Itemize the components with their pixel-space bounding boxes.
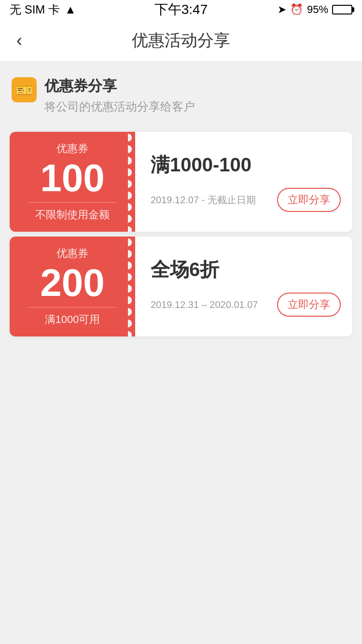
coupon-meta-1: 2019.12.31 – 2020.01.07 立即分享 (151, 293, 341, 317)
battery-percent: 95% (307, 3, 328, 16)
coupon-date-0: 2019.12.07 - 无截止日期 (151, 194, 269, 207)
coupon-amount-1: 200 (40, 264, 104, 302)
coupon-meta-0: 2019.12.07 - 无截止日期 立即分享 (151, 188, 341, 212)
status-time: 下午3:47 (154, 0, 208, 19)
coupon-date-1: 2019.12.31 – 2020.01.07 (151, 299, 269, 310)
coupon-amount-0: 100 (40, 159, 104, 197)
section-title: 优惠券分享 (44, 76, 195, 96)
bottom-space (0, 346, 362, 588)
coupon-type-0: 优惠券 (56, 141, 88, 156)
coupon-list: 优惠券 100 不限制使用金额 满1000-100 2019.12.07 - 无… (0, 122, 362, 346)
coupon-divider-1 (28, 307, 116, 308)
alarm-icon: ⏰ (290, 3, 303, 16)
wifi-icon: ▲ (65, 3, 76, 16)
status-bar: 无 SIM 卡 ▲ 下午3:47 ➤ ⏰ 95% (0, 0, 362, 19)
coupon-left-0: 优惠券 100 不限制使用金额 (10, 132, 135, 232)
carrier-label: 无 SIM 卡 (10, 2, 60, 17)
coupon-type-1: 优惠券 (56, 246, 88, 261)
coupon-card: 优惠券 100 不限制使用金额 满1000-100 2019.12.07 - 无… (10, 132, 352, 232)
section-subtitle: 将公司的优惠活动分享给客户 (44, 99, 195, 114)
coupon-divider-0 (28, 202, 116, 203)
section-text: 优惠券分享 将公司的优惠活动分享给客户 (44, 76, 195, 114)
location-icon: ➤ (278, 3, 286, 16)
coupon-right-0: 满1000-100 2019.12.07 - 无截止日期 立即分享 (135, 132, 352, 232)
status-right: ➤ ⏰ 95% (278, 3, 352, 16)
share-button-0[interactable]: 立即分享 (277, 188, 341, 212)
coupon-condition-1: 满1000可用 (45, 312, 100, 327)
coupon-name-1: 全场6折 (151, 256, 341, 283)
back-button[interactable]: ‹ (10, 31, 29, 50)
coupon-name-0: 满1000-100 (151, 152, 341, 178)
coupon-condition-0: 不限制使用金额 (35, 208, 110, 222)
status-left: 无 SIM 卡 ▲ (10, 2, 76, 17)
coupon-left-1: 优惠券 200 满1000可用 (10, 237, 135, 336)
section-header: 🎫 优惠券分享 将公司的优惠活动分享给客户 (0, 62, 362, 122)
coupon-right-1: 全场6折 2019.12.31 – 2020.01.07 立即分享 (135, 237, 352, 336)
nav-bar: ‹ 优惠活动分享 (0, 19, 362, 62)
coupon-card: 优惠券 200 满1000可用 全场6折 2019.12.31 – 2020.0… (10, 237, 352, 336)
page-title: 优惠活动分享 (132, 29, 230, 52)
battery-icon (332, 5, 352, 14)
section-icon: 🎫 (12, 77, 37, 102)
share-button-1[interactable]: 立即分享 (277, 293, 341, 317)
